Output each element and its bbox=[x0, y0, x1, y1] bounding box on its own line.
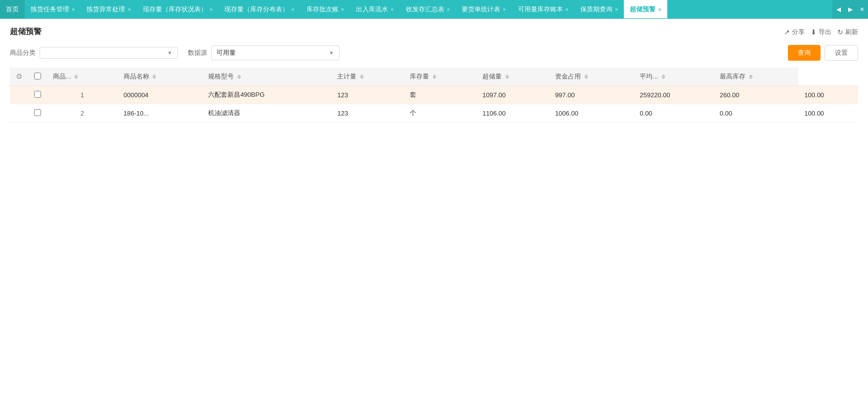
filter-actions: 查询 设置 bbox=[788, 45, 858, 61]
th-unit-label: 主计量 bbox=[337, 73, 356, 80]
th-over-stock[interactable]: 超储量 bbox=[477, 68, 549, 86]
th-product-name[interactable]: 商品名称 bbox=[118, 68, 202, 86]
row-checkbox[interactable] bbox=[34, 91, 41, 98]
page-content: 超储预警 ↗ 分享 ⬇ 导出 ↻ 刷新 商品分类 ▼ 数据源 bbox=[0, 19, 868, 130]
datasource-select[interactable]: 可用量 ▼ bbox=[211, 45, 340, 60]
sort-icon-avg bbox=[661, 75, 665, 79]
nav-item-overstock[interactable]: 超储预警 × bbox=[624, 0, 667, 19]
sort-icon-code bbox=[74, 75, 78, 79]
refresh-icon: ↻ bbox=[837, 28, 843, 36]
nav-close-task[interactable]: × bbox=[72, 6, 75, 12]
nav-item-stock-status[interactable]: 现存量（库存状况表） × bbox=[137, 0, 218, 19]
row-checkbox[interactable] bbox=[34, 109, 41, 116]
nav-close-available-stock[interactable]: × bbox=[565, 6, 568, 12]
nav-item-order-stats[interactable]: 要货单统计表 × bbox=[456, 0, 512, 19]
row-settings-cell bbox=[10, 104, 28, 122]
th-capital[interactable]: 资金占用 bbox=[549, 68, 634, 86]
nav-close-exception[interactable]: × bbox=[128, 6, 130, 12]
row-product-code: 186-10... bbox=[118, 104, 202, 122]
nav-item-stock-dist[interactable]: 现存量（库存分布表） × bbox=[218, 0, 300, 19]
nav-close-stock-status[interactable]: × bbox=[210, 6, 213, 12]
query-button[interactable]: 查询 bbox=[788, 45, 821, 61]
nav-item-home[interactable]: 首页 bbox=[0, 0, 25, 19]
nav-label-home: 首页 bbox=[6, 5, 19, 14]
nav-label-quality: 保质期查询 bbox=[580, 5, 612, 14]
th-product-code-label: 商品... bbox=[53, 73, 71, 80]
settings-button[interactable]: 设置 bbox=[825, 45, 858, 61]
export-icon: ⬇ bbox=[811, 28, 817, 36]
nav-close-overstock[interactable]: × bbox=[658, 6, 661, 12]
nav-label-flow: 出入库流水 bbox=[356, 5, 388, 14]
top-navigation: 首页 拣货任务管理 × 拣货异常处理 × 现存量（库存状况表） × 现存量（库存… bbox=[0, 0, 868, 19]
row-over-stock: 997.00 bbox=[549, 86, 634, 104]
row-capital: 0.00 bbox=[634, 104, 714, 122]
th-avg-label: 平均... bbox=[640, 73, 658, 80]
sort-icon-capital bbox=[584, 75, 588, 79]
nav-arrows: ◀ ▶ ✕ bbox=[832, 0, 868, 19]
sort-icon-name bbox=[152, 75, 156, 79]
refresh-button[interactable]: ↻ 刷新 bbox=[837, 28, 858, 37]
nav-label-task: 拣货任务管理 bbox=[31, 5, 69, 14]
th-stock[interactable]: 库存量 bbox=[404, 68, 477, 86]
nav-close-stock-dist[interactable]: × bbox=[291, 6, 294, 12]
row-stock: 1106.00 bbox=[477, 104, 549, 122]
datasource-filter: 数据源 可用量 ▼ bbox=[188, 45, 340, 60]
refresh-label: 刷新 bbox=[845, 28, 858, 37]
nav-label-exception: 拣货异常处理 bbox=[87, 5, 125, 14]
th-product-code[interactable]: 商品... bbox=[47, 68, 118, 86]
sort-icon-stock bbox=[433, 75, 436, 79]
nav-close-all-button[interactable]: ✕ bbox=[856, 0, 868, 19]
nav-label-summary: 收发存汇总表 bbox=[406, 5, 444, 14]
th-settings: ⚙ bbox=[10, 68, 28, 86]
th-avg[interactable]: 平均... bbox=[634, 68, 714, 86]
th-unit[interactable]: 主计量 bbox=[331, 68, 404, 86]
nav-label-available-stock: 可用量库存账本 bbox=[518, 5, 563, 14]
export-button[interactable]: ⬇ 导出 bbox=[811, 28, 831, 37]
nav-item-available-stock[interactable]: 可用量库存账本 × bbox=[512, 0, 574, 19]
nav-item-task[interactable]: 拣货任务管理 × bbox=[25, 0, 81, 19]
th-spec[interactable]: 规格型号 bbox=[202, 68, 331, 86]
page-header: 超储预警 ↗ 分享 ⬇ 导出 ↻ 刷新 bbox=[10, 27, 858, 37]
export-label: 导出 bbox=[819, 28, 831, 37]
nav-item-quality[interactable]: 保质期查询 × bbox=[574, 0, 624, 19]
share-button[interactable]: ↗ 分享 bbox=[784, 28, 805, 37]
row-product-name: 六配套新昌490BPG bbox=[202, 86, 331, 104]
select-all-checkbox[interactable] bbox=[34, 73, 41, 79]
row-product-name: 机油滤清器 bbox=[202, 104, 331, 122]
category-select[interactable]: ▼ bbox=[40, 47, 178, 59]
header-actions: ↗ 分享 ⬇ 导出 ↻ 刷新 bbox=[784, 28, 858, 37]
row-unit: 个 bbox=[404, 104, 477, 122]
nav-close-batch[interactable]: × bbox=[341, 6, 344, 12]
row-stock: 1097.00 bbox=[477, 86, 549, 104]
table-header-row: ⚙ 商品... 商品名称 bbox=[10, 68, 858, 86]
row-avg: 260.00 bbox=[714, 86, 798, 104]
th-stock-label: 库存量 bbox=[410, 73, 429, 80]
nav-close-summary[interactable]: × bbox=[447, 6, 450, 12]
nav-item-flow[interactable]: 出入库流水 × bbox=[350, 0, 399, 19]
nav-close-flow[interactable]: × bbox=[391, 6, 393, 12]
sort-icon-over-stock bbox=[505, 75, 509, 79]
th-capital-label: 资金占用 bbox=[555, 73, 581, 80]
chevron-down-icon-2: ▼ bbox=[329, 50, 334, 56]
row-index-cell: 1 bbox=[47, 86, 118, 104]
data-table: ⚙ 商品... 商品名称 bbox=[10, 68, 858, 122]
th-max-stock[interactable]: 最高库存 bbox=[714, 68, 798, 86]
table-body: 1 0000004 六配套新昌490BPG 123 套 1097.00 997.… bbox=[10, 86, 858, 122]
nav-left-arrow[interactable]: ◀ bbox=[832, 0, 844, 19]
nav-label-stock-dist: 现存量（库存分布表） bbox=[224, 5, 289, 14]
sort-icon-unit bbox=[360, 75, 364, 79]
nav-close-order-stats[interactable]: × bbox=[503, 6, 506, 12]
page-title: 超储预警 bbox=[10, 27, 42, 37]
nav-item-summary[interactable]: 收发存汇总表 × bbox=[400, 0, 456, 19]
nav-item-exception[interactable]: 拣货异常处理 × bbox=[81, 0, 136, 19]
share-icon: ↗ bbox=[784, 28, 790, 36]
table-row: 2 186-10... 机油滤清器 123 个 1106.00 1006.00 … bbox=[10, 104, 858, 122]
nav-right-arrow[interactable]: ▶ bbox=[844, 0, 856, 19]
nav-item-batch[interactable]: 库存批次账 × bbox=[301, 0, 350, 19]
gear-icon[interactable]: ⚙ bbox=[16, 72, 22, 80]
nav-close-quality[interactable]: × bbox=[615, 6, 618, 12]
datasource-value: 可用量 bbox=[217, 48, 236, 57]
row-spec: 123 bbox=[331, 104, 404, 122]
nav-label-batch: 库存批次账 bbox=[306, 5, 339, 14]
sort-icon-max-stock bbox=[749, 75, 753, 79]
